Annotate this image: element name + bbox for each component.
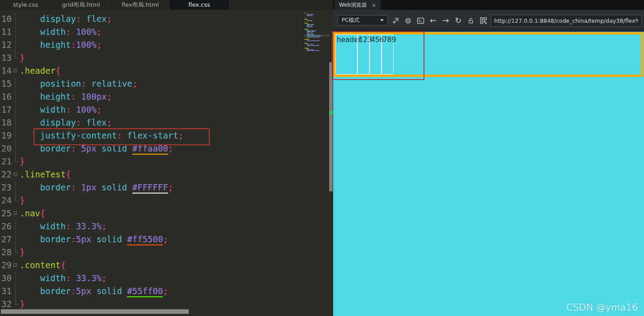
code-text: .header{	[20, 64, 61, 77]
line-number: 13	[0, 51, 12, 64]
code-text: position: relative;	[20, 77, 137, 90]
fold-guide	[12, 142, 20, 155]
code-line[interactable]: 11 width: 100%;	[0, 25, 303, 38]
code-text: .content{	[20, 259, 66, 272]
fold-marker[interactable]	[12, 207, 20, 220]
browser-viewport: header 123 456 789 CSDN @yma16	[333, 32, 644, 316]
code-line[interactable]: 21}	[0, 155, 303, 168]
code-line[interactable]: 15 position: relative;	[0, 77, 303, 90]
code-line[interactable]: 19 justify-content: flex-start;	[0, 129, 303, 142]
code-line[interactable]: 29.content{	[0, 259, 303, 272]
line-number: 29	[0, 259, 12, 272]
code-line[interactable]: 17 width: 100%;	[0, 103, 303, 116]
editor-panel: style.css grid布局.html flex布局.html flex.c…	[0, 0, 333, 316]
editor-tab-flex-layout-html[interactable]: flex布局.html	[111, 0, 170, 10]
code-line[interactable]: 13}	[0, 51, 303, 64]
line-number: 24	[0, 194, 12, 207]
fold-guide	[12, 25, 20, 38]
fold-guide	[12, 90, 20, 103]
code-lines[interactable]: 10 display: flex;11 width: 100%;12 heigh…	[0, 13, 303, 311]
line-number: 26	[0, 220, 12, 233]
line-number: 15	[0, 77, 12, 90]
editor-tab-style-css[interactable]: style.css	[0, 0, 51, 10]
code-line[interactable]: 16 height: 100px;	[0, 90, 303, 103]
fold-guide	[12, 116, 20, 129]
fold-guide	[12, 51, 20, 64]
fold-guide	[12, 155, 20, 168]
code-line[interactable]: 28}	[0, 246, 303, 259]
mode-select-value: PC模式	[342, 17, 360, 24]
page-header-flexbox: header 123 456 789	[333, 32, 643, 77]
code-line[interactable]: 14.header{	[0, 64, 303, 77]
page-flex-item: 456	[369, 34, 381, 75]
code-line[interactable]: 30 width: 33.3%;	[0, 272, 303, 285]
line-number: 19	[0, 129, 12, 142]
code-text: }	[20, 246, 25, 259]
code-text: width: 100%;	[20, 103, 102, 116]
code-line[interactable]: 18 display: flex;	[0, 116, 303, 129]
browser-toolbar: PC模式	[333, 10, 644, 28]
line-number: 11	[0, 25, 12, 38]
console-icon[interactable]	[416, 16, 425, 25]
code-line[interactable]: 23 border: 1px solid #FFFFFF;	[0, 181, 303, 194]
line-number: 12	[0, 38, 12, 51]
code-line[interactable]: 24}	[0, 194, 303, 207]
fold-guide	[12, 272, 20, 285]
back-icon[interactable]: ←	[429, 16, 437, 25]
open-external-icon[interactable]	[391, 16, 400, 25]
close-icon[interactable]: ×	[371, 2, 376, 8]
code-text: border: 1px solid #FFFFFF;	[20, 181, 173, 194]
minimap[interactable]	[305, 13, 329, 55]
toolbar-icons: ← → ↻	[391, 15, 487, 26]
gear-icon[interactable]	[404, 16, 412, 25]
fold-guide	[12, 220, 20, 233]
browser-tab[interactable]: Web浏览器 ×	[335, 0, 381, 10]
code-line[interactable]: 12 height:100%;	[0, 38, 303, 51]
code-line[interactable]: 25.nav{	[0, 207, 303, 220]
line-number: 16	[0, 90, 12, 103]
code-line[interactable]: 20 border: 5px solid #ffaa00;	[0, 142, 303, 155]
code-text: .nav{	[20, 207, 45, 220]
code-line[interactable]: 32}	[0, 298, 303, 311]
horizontal-scrollbar[interactable]	[1, 309, 189, 314]
qr-grid-icon[interactable]	[479, 16, 487, 25]
code-text: .lineTest{	[20, 168, 71, 181]
mode-select[interactable]: PC模式	[338, 15, 388, 25]
code-line[interactable]: 31 border:5px solid #55ff00;	[0, 285, 303, 298]
line-number: 21	[0, 155, 12, 168]
minimap-divider	[303, 10, 304, 316]
editor-tab-grid-layout-html[interactable]: grid布局.html	[51, 0, 111, 10]
vertical-scrollbar[interactable]	[329, 62, 333, 191]
code-line[interactable]: 10 display: flex;	[0, 13, 303, 25]
code-line[interactable]: 27 border:5px solid #ff5500;	[0, 233, 303, 246]
code-text: height:100%;	[20, 38, 102, 51]
code-line[interactable]: 22.lineTest{	[0, 168, 303, 181]
page-flex-item: 789	[381, 34, 394, 75]
url-input[interactable]	[491, 15, 642, 27]
fold-guide	[12, 194, 20, 207]
refresh-icon[interactable]: ↻	[454, 16, 462, 25]
code-text: justify-content: flex-start;	[20, 129, 183, 142]
toolbar-gap	[333, 28, 644, 32]
code-text: }	[20, 51, 25, 64]
line-number: 32	[0, 298, 12, 311]
fold-marker[interactable]	[12, 64, 20, 77]
editor-tab-flex-css[interactable]: flex.css	[170, 0, 229, 10]
app-window: style.css grid布局.html flex布局.html flex.c…	[0, 0, 644, 316]
fold-guide	[12, 246, 20, 259]
code-text: display: flex;	[20, 116, 112, 129]
page-flex-item: 123	[357, 34, 369, 75]
editor-tabbar: style.css grid布局.html flex布局.html flex.c…	[0, 0, 333, 10]
fold-guide	[12, 103, 20, 116]
forward-icon[interactable]: →	[441, 16, 450, 25]
fold-guide	[12, 298, 20, 311]
line-number: 18	[0, 116, 12, 129]
chevron-down-icon	[380, 19, 384, 21]
line-number: 28	[0, 246, 12, 259]
fold-marker[interactable]	[12, 168, 20, 181]
lock-icon[interactable]	[466, 16, 475, 25]
code-line[interactable]: 26 width: 33.3%;	[0, 220, 303, 233]
fold-marker[interactable]	[12, 259, 20, 272]
line-number: 20	[0, 142, 12, 155]
browser-tab-label: Web浏览器	[339, 1, 367, 9]
